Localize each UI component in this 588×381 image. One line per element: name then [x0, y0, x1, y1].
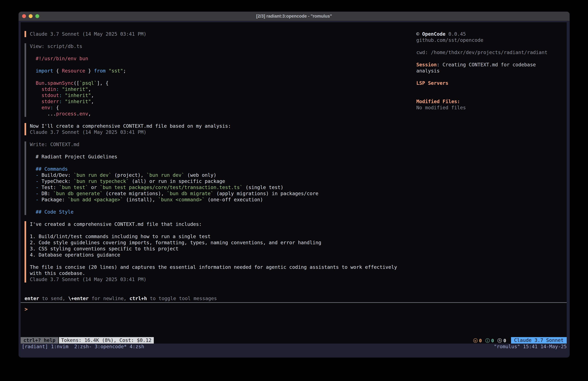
window-title: [2/3] radiant:3:opencode - "romulus": [256, 14, 332, 19]
code-line: [30, 203, 411, 209]
tool-block: Write: CONTEXT.md # Radiant Project Guid…: [24, 141, 411, 215]
text-segment: :: [59, 99, 62, 104]
text-segment: to send,: [39, 296, 68, 301]
text-segment: View: script/db.ts: [30, 44, 82, 49]
message-line: 4. Database operations guidance: [30, 252, 411, 258]
tmux-window-item[interactable]: 3:opencode*: [95, 344, 130, 349]
text-segment: No modified files: [416, 105, 466, 111]
text-segment: Build/Dev:: [39, 172, 74, 178]
tmux-session-info: "romulus" 15:41 14-May-25: [494, 344, 567, 350]
text-segment: cwd: /home/thdxr/dev/projects/radiant/ra…: [416, 49, 547, 55]
text-segment: `bunx <command>`: [158, 197, 205, 202]
message-line: Claude 3.7 Sonnet (14 May 2025 03:41 PM): [30, 31, 411, 37]
text-segment: [30, 197, 36, 202]
code-line: Write: CONTEXT.md: [30, 141, 411, 148]
code-line: [30, 62, 411, 68]
w-diagnostic-counter: w0: [473, 337, 482, 344]
text-segment: (single test): [243, 184, 284, 190]
h-circle-icon: h: [498, 338, 502, 343]
traffic-lights: [22, 12, 39, 21]
keybinding-hint: enter to send, \+enter for newline, ctrl…: [24, 295, 217, 302]
tmux-window-item[interactable]: 1:nvim: [51, 344, 74, 349]
text-segment: \+enter: [68, 296, 89, 301]
text-segment: or: [88, 184, 100, 190]
text-segment: Claude 3.7 Sonnet (14 May 2025 03:41 PM): [30, 31, 146, 37]
model-badge[interactable]: Claude 3.7 Sonnet: [511, 337, 567, 344]
status-bar: ctrl+? helpTokens: 16.4K (8%), Cost: $0.…: [21, 337, 567, 344]
text-segment: :: [56, 86, 59, 92]
tmux-window-item[interactable]: 2:zsh-: [74, 344, 95, 349]
zoom-button[interactable]: [35, 14, 39, 18]
sidebar-line: © OpenCode 0.0.45: [416, 31, 559, 37]
sidebar-line: [416, 86, 559, 92]
code-line: - DB: `bun db generate` (create migratio…: [30, 190, 411, 197]
close-button[interactable]: [22, 14, 26, 18]
text-segment: with this codebase.: [30, 270, 85, 276]
text-segment: [30, 86, 42, 92]
code-line: [30, 49, 411, 56]
text-segment: TypeCheck:: [39, 179, 74, 184]
text-segment: ## Commands: [36, 166, 68, 172]
text-segment: `bun run typecheck`: [74, 179, 129, 184]
text-segment: "inherit": [65, 99, 91, 104]
tmux-session-name: [radiant]: [22, 344, 51, 349]
text-segment: stderr: [42, 99, 59, 104]
code-line: [30, 148, 411, 154]
text-segment: #!/usr/bin/env bun: [36, 56, 88, 61]
text-segment: ©: [416, 31, 422, 37]
sidebar-line: Modified Files:: [416, 98, 559, 105]
text-segment: [30, 172, 36, 178]
diagnostics-counters: w0i0h0: [473, 337, 510, 344]
sidebar-line: [416, 56, 559, 62]
text-segment: `bun db migrate`: [167, 191, 213, 196]
text-segment: ([: [74, 80, 79, 86]
sidebar-line: [416, 74, 559, 80]
minimize-button[interactable]: [29, 14, 33, 18]
text-segment: for newline,: [89, 296, 129, 301]
message-line: 3. CSS styling conventions specific to t…: [30, 246, 411, 252]
text-segment: ;: [123, 68, 126, 74]
text-segment: [30, 68, 36, 74]
text-segment: Resource: [62, 68, 85, 74]
tmux-status-bar: [radiant] 1:nvim 2:zsh- 3:opencode* 4:zs…: [19, 344, 570, 350]
text-segment: ,: [91, 92, 94, 98]
text-segment: Package:: [39, 197, 68, 202]
text-segment: Modified Files:: [416, 99, 460, 104]
code-line: View: script/db.ts: [30, 43, 411, 49]
message-line: Claude 3.7 Sonnet (14 May 2025 03:41 PM): [30, 276, 411, 283]
text-segment: # Radiant Project Guidelines: [30, 154, 117, 159]
text-segment: (web only): [184, 172, 216, 178]
tmux-window-item[interactable]: 4:zsh: [129, 344, 144, 349]
text-segment: :: [437, 62, 442, 67]
h-diagnostic-counter: h0: [498, 337, 506, 344]
text-segment: Test:: [39, 184, 59, 190]
text-segment: (all) or run in specific package: [129, 179, 225, 184]
sidebar-line: [416, 92, 559, 98]
text-segment: 0.0.45: [445, 31, 466, 37]
text-segment: [30, 105, 42, 111]
text-segment: Session: [416, 62, 437, 67]
text-segment: -: [36, 191, 39, 196]
text-segment: [62, 99, 65, 104]
text-segment: .: [77, 111, 79, 116]
input-divider: [21, 302, 567, 303]
text-segment: [30, 80, 36, 86]
message-line: 2. Code style guidelines covering import…: [30, 240, 411, 246]
text-segment: OpenCode: [422, 31, 445, 37]
i-diagnostic-counter: i0: [485, 337, 494, 344]
sidebar-line: [416, 43, 559, 49]
text-segment: -: [36, 179, 39, 184]
terminal-window: [2/3] radiant:3:opencode - "romulus" Cla…: [19, 12, 570, 358]
text-segment: to toggle tool messages: [147, 296, 217, 301]
sidebar: © OpenCode 0.0.45github.com/sst/opencode…: [416, 31, 559, 111]
code-line: - Build/Dev: `bun run dev` (project), `b…: [30, 172, 411, 178]
text-segment: 2. Code style guidelines covering import…: [30, 240, 321, 246]
tmux-window-list: [radiant] 1:nvim 2:zsh- 3:opencode* 4:zs…: [22, 344, 144, 350]
prompt-input[interactable]: >: [24, 306, 28, 312]
text-segment: (project),: [111, 172, 147, 178]
code-line: ## Commands: [30, 166, 411, 172]
text-segment: -: [36, 172, 39, 178]
text-segment: `psql`: [79, 80, 97, 86]
text-segment: [30, 184, 36, 190]
code-line: import { Resource } from "sst";: [30, 68, 411, 74]
